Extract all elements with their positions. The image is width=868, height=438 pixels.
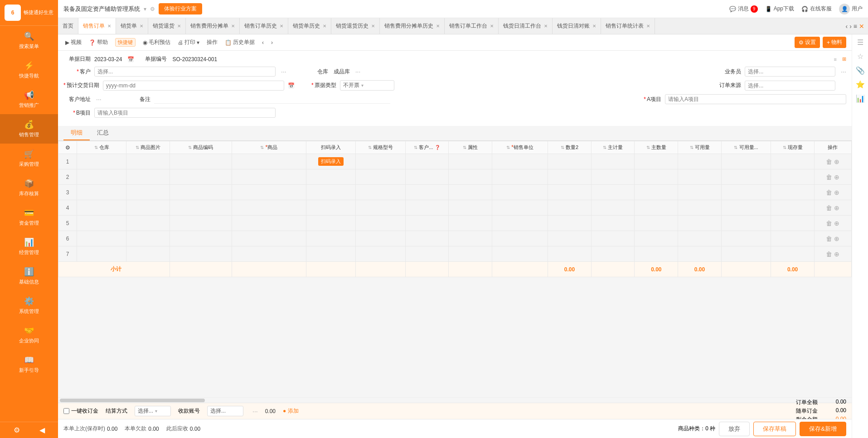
tab-order-history-close[interactable]: ✕	[280, 24, 283, 29]
tab-sales-expense[interactable]: 销售费用分摊单 ✕	[186, 18, 240, 34]
settings-btn[interactable]: ⚙ 设置	[795, 37, 820, 48]
row-3-main-unit[interactable]	[591, 185, 635, 200]
row-6-main-unit[interactable]	[591, 231, 635, 246]
remarks-input[interactable]	[154, 95, 391, 104]
row-1-product[interactable]	[232, 154, 306, 169]
tab-next-btn[interactable]: ›	[849, 23, 852, 30]
tab-return-history[interactable]: 销货退货历史 ✕	[331, 18, 380, 34]
view-mode-list[interactable]: ≡	[834, 57, 837, 62]
tab-sales-return[interactable]: 销货退货 ✕	[148, 18, 186, 34]
app-download-item[interactable]: 📱 App下载	[765, 5, 794, 13]
delete-icon-4[interactable]: 🗑	[826, 204, 832, 212]
row-5-avail-qty2[interactable]	[721, 216, 771, 231]
a-project-input[interactable]	[665, 94, 846, 104]
tab-sales-order-close[interactable]: ✕	[107, 24, 111, 29]
row-6-spec[interactable]	[356, 231, 405, 246]
online-support-item[interactable]: 🎧 在线客服	[801, 5, 832, 13]
tab-more-btn[interactable]: ≡	[853, 23, 857, 30]
row-6-scan[interactable]	[306, 231, 355, 246]
row-4-code[interactable]	[170, 200, 232, 216]
toolbar-shortcut[interactable]: 快捷键	[113, 37, 137, 48]
row-1-avail-qty[interactable]	[678, 154, 722, 169]
toolbar-nav-prev[interactable]: ‹	[260, 39, 266, 47]
row-7-stock[interactable]	[771, 246, 815, 262]
row-3-image[interactable]	[126, 185, 170, 200]
delete-icon-3[interactable]: 🗑	[826, 189, 832, 196]
row-1-customer-code[interactable]	[405, 154, 449, 169]
row-3-qty2[interactable]	[548, 185, 592, 200]
sidebar-item-guide[interactable]: 📖 新手引导	[0, 350, 58, 379]
row-2-qty2[interactable]	[548, 169, 592, 185]
copy-icon-7[interactable]: ⊕	[834, 250, 839, 258]
row-6-stock[interactable]	[771, 231, 815, 246]
material-btn[interactable]: + 物料	[823, 37, 846, 48]
row-5-scan[interactable]	[306, 216, 355, 231]
copy-icon-1[interactable]: ⊕	[834, 158, 839, 165]
save-new-btn[interactable]: 保存&新增	[800, 422, 846, 436]
row-6-product[interactable]	[232, 231, 306, 246]
row-5-main-qty[interactable]	[635, 216, 678, 231]
toolbar-history[interactable]: 📋 历史单据	[223, 38, 257, 47]
row-4-avail-qty[interactable]	[678, 200, 722, 216]
tab-cash-workbench-close[interactable]: ✕	[544, 24, 548, 29]
tab-stats[interactable]: 销售订单统计表 ✕	[601, 18, 655, 34]
row-4-qty2[interactable]	[548, 200, 592, 216]
tab-sales-return-close[interactable]: ✕	[177, 24, 181, 29]
row-7-avail-qty2[interactable]	[721, 246, 771, 262]
row-3-scan[interactable]	[306, 185, 355, 200]
tab-cash-reconcile-close[interactable]: ✕	[592, 24, 596, 29]
row-5-qty2[interactable]	[548, 216, 592, 231]
tab-close-all-btn[interactable]: ✕	[859, 23, 864, 30]
row-4-attrs[interactable]	[449, 200, 492, 216]
right-panel-btn-1[interactable]: ☰	[857, 38, 863, 47]
row-6-main-qty[interactable]	[635, 231, 678, 246]
copy-icon-4[interactable]: ⊕	[834, 204, 839, 212]
sidebar-item-enterprise[interactable]: 🤝 企业协同	[0, 320, 58, 350]
row-4-product[interactable]	[232, 200, 306, 216]
row-4-spec[interactable]	[356, 200, 405, 216]
tab-order-workbench-close[interactable]: ✕	[490, 24, 494, 29]
toolbar-operate[interactable]: 操作	[205, 38, 219, 47]
tab-goods-history-close[interactable]: ✕	[323, 24, 326, 29]
row-2-avail-qty[interactable]	[678, 169, 722, 185]
row-4-main-qty[interactable]	[635, 200, 678, 216]
row-5-attrs[interactable]	[449, 216, 492, 231]
row-3-spec[interactable]	[356, 185, 405, 200]
toolbar-nav-next[interactable]: ›	[269, 39, 275, 47]
tab-home[interactable]: 首页	[58, 18, 78, 34]
row-3-warehouse[interactable]	[77, 185, 126, 200]
row-3-avail-qty2[interactable]	[721, 185, 771, 200]
row-6-qty2[interactable]	[548, 231, 592, 246]
row-2-code[interactable]	[170, 169, 232, 185]
delete-icon-7[interactable]: 🗑	[826, 250, 832, 258]
delivery-input[interactable]	[103, 81, 284, 91]
sidebar-item-finance[interactable]: 💳 资金管理	[0, 202, 58, 232]
row-3-stock[interactable]	[771, 185, 815, 200]
row-5-unit[interactable]	[492, 216, 548, 231]
row-1-stock[interactable]	[771, 154, 815, 169]
account-dots[interactable]: ···	[252, 408, 258, 415]
row-5-warehouse[interactable]	[77, 216, 126, 231]
row-6-customer-code[interactable]	[405, 231, 449, 246]
discard-btn[interactable]: 放弃	[719, 422, 750, 436]
row-2-product[interactable]	[232, 169, 306, 185]
right-panel-btn-2[interactable]: ☆	[857, 52, 863, 61]
payment-method-dropdown[interactable]: 选择... ▾	[135, 406, 171, 416]
address-dots[interactable]: ···	[96, 96, 102, 103]
row-1-image[interactable]	[126, 154, 170, 169]
sidebar-item-quick[interactable]: ⚡ 快捷导航	[0, 55, 58, 85]
row-7-customer-code[interactable]	[405, 246, 449, 262]
row-2-stock[interactable]	[771, 169, 815, 185]
scan-btn-1[interactable]: 扫码录入	[318, 157, 344, 166]
save-draft-btn[interactable]: 保存草稿	[753, 422, 796, 436]
customer-input[interactable]	[94, 67, 276, 77]
row-3-customer-code[interactable]	[405, 185, 449, 200]
row-3-unit[interactable]	[492, 185, 548, 200]
sidebar-settings-btn[interactable]: ⚙	[14, 426, 20, 434]
row-7-main-qty[interactable]	[635, 246, 678, 262]
row-7-scan[interactable]	[306, 246, 355, 262]
sidebar-collapse-btn[interactable]: ◀	[39, 426, 45, 434]
tab-return-history-close[interactable]: ✕	[371, 24, 375, 29]
row-1-main-qty[interactable]	[635, 154, 678, 169]
row-2-attrs[interactable]	[449, 169, 492, 185]
